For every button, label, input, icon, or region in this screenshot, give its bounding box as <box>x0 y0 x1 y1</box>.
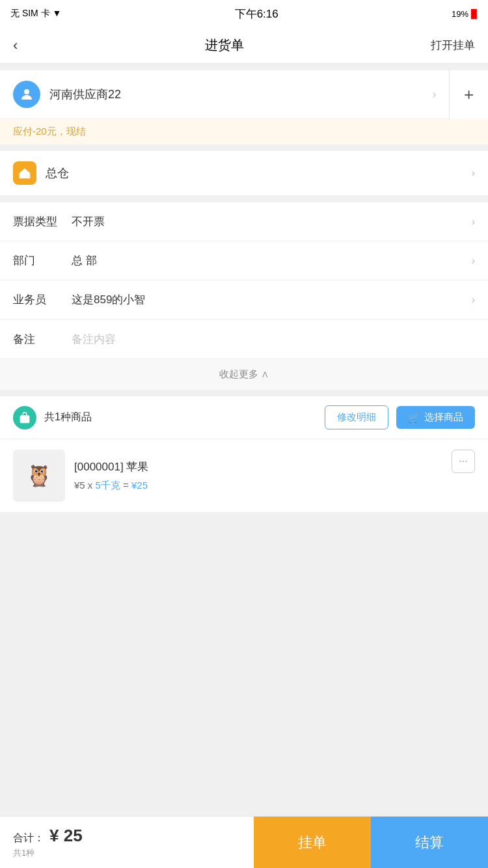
dept-value: 总 部 <box>72 253 472 268</box>
edit-detail-button[interactable]: 修改明细 <box>325 405 388 429</box>
total-section: 合计： ¥ 25 共1种 <box>0 817 254 868</box>
section-gap-1 <box>0 64 488 70</box>
warehouse-name: 总仓 <box>46 165 472 181</box>
supplier-notice: 应付-20元，现结 <box>0 119 488 144</box>
chevron-right-icon: › <box>472 167 475 179</box>
add-supplier-button[interactable]: + <box>449 70 488 119</box>
nav-bar: ‹ 进货单 打开挂单 <box>0 27 488 64</box>
product-price: ¥5 x 5千克 = ¥25 <box>74 480 442 492</box>
bottom-bar: 合计： ¥ 25 共1种 挂单 结算 <box>0 816 488 868</box>
sales-value: 这是859的小智 <box>72 292 472 307</box>
supplier-selector[interactable]: 河南供应商22 › <box>0 70 449 119</box>
status-signal: 无 SIM 卡 ▼ <box>10 8 61 20</box>
remark-input[interactable]: 备注内容 <box>72 332 475 347</box>
supplier-section: 河南供应商22 › + <box>0 70 488 119</box>
bottom-spacer <box>0 512 488 571</box>
product-info: [0000001] 苹果 ¥5 x 5千克 = ¥25 <box>74 459 442 492</box>
remark-row[interactable]: 备注 备注内容 <box>0 319 488 359</box>
total-label: 合计： ¥ 25 <box>13 826 241 846</box>
supplier-name: 河南供应商22 <box>49 87 433 102</box>
owl-icon: 🦉 <box>26 463 52 488</box>
settle-button[interactable]: 结算 <box>371 817 488 868</box>
chevron-right-icon: › <box>472 255 475 267</box>
svg-point-0 <box>24 89 29 94</box>
products-icon <box>13 406 36 429</box>
products-count: 共1种商品 <box>44 411 317 424</box>
chevron-right-icon: › <box>472 294 475 306</box>
collapse-toggle[interactable]: 收起更多 ∧ <box>0 359 488 390</box>
product-item: 🦉 [0000001] 苹果 ¥5 x 5千克 = ¥25 ··· <box>0 439 488 512</box>
sales-row[interactable]: 业务员 这是859的小智 › <box>0 280 488 319</box>
form-group: 票据类型 不开票 › 部门 总 部 › 业务员 这是859的小智 › 备注 备注… <box>0 202 488 359</box>
warehouse-selector[interactable]: 总仓 › <box>0 151 488 196</box>
select-product-button[interactable]: 🛒 选择商品 <box>396 406 475 429</box>
products-header: 共1种商品 修改明细 🛒 选择商品 <box>0 396 488 439</box>
pend-button[interactable]: 挂单 <box>254 817 371 868</box>
product-more-button[interactable]: ··· <box>452 450 475 473</box>
back-button[interactable]: ‹ <box>13 37 18 54</box>
chevron-right-icon: › <box>433 88 436 100</box>
svg-rect-1 <box>20 415 30 423</box>
supplier-avatar <box>13 81 40 108</box>
status-battery: 19% ▉ <box>452 9 478 19</box>
warehouse-icon <box>13 161 36 185</box>
dept-row[interactable]: 部门 总 部 › <box>0 241 488 280</box>
person-icon <box>19 87 34 102</box>
home-icon <box>18 166 32 180</box>
chevron-right-icon: › <box>472 216 475 228</box>
dept-label: 部门 <box>13 253 72 268</box>
page-title: 进货单 <box>205 36 244 54</box>
bag-icon <box>18 411 32 425</box>
status-bar: 无 SIM 卡 ▼ 下午6:16 19% ▉ <box>0 0 488 27</box>
collapse-label: 收起更多 ∧ <box>219 368 269 381</box>
open-pending-button[interactable]: 打开挂单 <box>431 38 475 53</box>
invoice-type-row[interactable]: 票据类型 不开票 › <box>0 202 488 241</box>
status-time: 下午6:16 <box>235 7 278 21</box>
cart-icon: 🛒 <box>408 412 420 424</box>
sales-label: 业务员 <box>13 292 72 307</box>
invoice-label: 票据类型 <box>13 214 72 229</box>
total-sub: 共1种 <box>13 847 241 859</box>
invoice-value: 不开票 <box>72 214 472 229</box>
total-amount: ¥ 25 <box>49 826 83 846</box>
product-name: [0000001] 苹果 <box>74 459 442 474</box>
remark-label: 备注 <box>13 332 72 347</box>
product-thumbnail: 🦉 <box>13 450 65 502</box>
